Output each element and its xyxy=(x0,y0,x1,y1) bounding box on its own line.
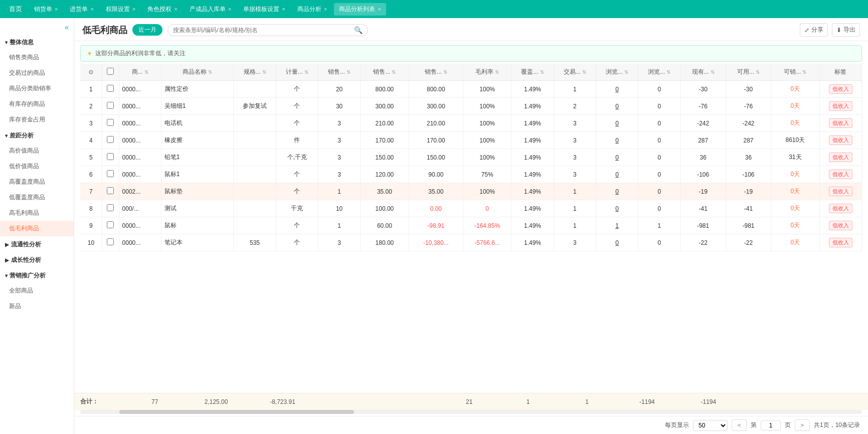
nav-item-product-analysis-list[interactable]: 商品分析列表 × xyxy=(334,3,386,16)
sidebar-item-low-profit[interactable]: 低毛利商品 xyxy=(0,221,74,236)
sidebar-item-high-value[interactable]: 高价值商品 xyxy=(0,143,74,159)
row-checkbox-input[interactable] xyxy=(107,204,114,211)
row-checkbox-input[interactable] xyxy=(107,102,114,109)
nav-item-template[interactable]: 单据模板设置 × xyxy=(238,3,290,16)
per-page-select[interactable]: 50 100 200 xyxy=(693,420,728,431)
row-view1[interactable]: 0 xyxy=(596,166,638,183)
row-checkbox-input[interactable] xyxy=(107,85,114,92)
col-saleable[interactable]: 可销...⇅ xyxy=(771,64,819,81)
col-tag[interactable]: 标签 xyxy=(819,64,861,81)
row-view1[interactable]: 0 xyxy=(596,183,638,200)
col-unit[interactable]: 计量...⇅ xyxy=(276,64,318,81)
sidebar-collapse-btn[interactable]: « xyxy=(63,21,71,33)
row-checkbox[interactable] xyxy=(102,115,119,132)
sidebar-item-high-profit[interactable]: 高毛利商品 xyxy=(0,205,74,221)
col-sales-price[interactable]: 销售...⇅ xyxy=(361,64,409,81)
row-checkbox-input[interactable] xyxy=(107,238,114,245)
nav-item-role[interactable]: 角色授权 × xyxy=(142,3,182,16)
table-container[interactable]: ⚙ 商...⇅ 商品名称⇅ 规格...⇅ xyxy=(80,64,862,393)
sidebar-item-in-stock[interactable]: 有库存的商品 xyxy=(0,96,74,112)
export-btn[interactable]: ⬇ 导出 xyxy=(832,23,860,37)
row-view1[interactable]: 0 xyxy=(596,115,638,132)
scrollbar-thumb[interactable] xyxy=(119,410,354,414)
search-icon[interactable]: 🔍 xyxy=(354,26,363,34)
col-unit-label: 计量... xyxy=(286,68,303,76)
row-view1[interactable]: 0 xyxy=(596,234,638,251)
sidebar-item-category-assist[interactable]: 商品分类助销率 xyxy=(0,81,74,96)
col-view1[interactable]: 浏览...⇅ xyxy=(596,64,638,81)
nav-item-product-analysis[interactable]: 商品分析 × xyxy=(292,3,332,16)
row-name: 测试 xyxy=(161,200,234,217)
col-spec[interactable]: 规格...⇅ xyxy=(234,64,276,81)
sidebar-item-low-coverage[interactable]: 低覆盖度商品 xyxy=(0,190,74,205)
sidebar-section-marketing[interactable]: ▾营销推广分析 xyxy=(0,267,74,283)
col-coverage[interactable]: 覆盖...⇅ xyxy=(511,64,554,81)
row-view1[interactable]: 0 xyxy=(596,149,638,166)
row-checkbox-input[interactable] xyxy=(107,153,114,160)
sidebar-item-low-value[interactable]: 低价值商品 xyxy=(0,159,74,174)
share-btn[interactable]: ⤢ 分享 xyxy=(800,23,828,37)
nav-item-sales[interactable]: 销货单 × xyxy=(29,3,63,16)
row-sales-qty: 3 xyxy=(318,115,360,132)
row-checkbox[interactable] xyxy=(102,234,119,251)
col-available[interactable]: 可用...⇅ xyxy=(726,64,771,81)
row-checkbox[interactable] xyxy=(102,98,119,115)
col-code[interactable]: 商...⇅ xyxy=(119,64,161,81)
nav-item-purchase[interactable]: 进货单 × xyxy=(65,3,98,16)
sidebar-item-traded-goods[interactable]: 交易过的商品 xyxy=(0,65,74,81)
col-current[interactable]: 现有...⇅ xyxy=(680,64,726,81)
col-saleable-label: 可销... xyxy=(784,68,801,76)
search-input[interactable] xyxy=(173,27,351,34)
prev-page-btn[interactable]: ＜ xyxy=(732,419,747,431)
nav-item-home[interactable]: 首页 xyxy=(4,3,27,16)
sidebar-item-high-coverage[interactable]: 高覆盖度商品 xyxy=(0,174,74,190)
sidebar-section-overall[interactable]: ▾整体信息 xyxy=(0,34,74,50)
sidebar-item-new-goods[interactable]: 新品 xyxy=(0,299,74,314)
col-current-label: 现有... xyxy=(692,68,709,76)
row-saleable: 0天 xyxy=(771,115,819,132)
row-checkbox[interactable] xyxy=(102,149,119,166)
col-gross-rate[interactable]: 毛利率⇅ xyxy=(463,64,511,81)
nav-item-product-entry[interactable]: 产成品入库单 × xyxy=(185,3,236,16)
row-view1[interactable]: 1 xyxy=(596,217,638,234)
row-checkbox[interactable] xyxy=(102,183,119,200)
select-all-checkbox[interactable] xyxy=(107,68,114,75)
col-trade[interactable]: 交易...⇅ xyxy=(554,64,596,81)
row-gross-rate: 75% xyxy=(463,166,511,183)
row-checkbox[interactable] xyxy=(102,132,119,149)
row-checkbox[interactable] xyxy=(102,217,119,234)
row-current: -41 xyxy=(680,200,726,217)
row-view1[interactable]: 0 xyxy=(596,200,638,217)
time-filter-btn[interactable]: 近一月 xyxy=(132,24,162,36)
row-view1[interactable]: 0 xyxy=(596,81,638,98)
sidebar-item-sales-goods[interactable]: 销售类商品 xyxy=(0,50,74,65)
row-checkbox[interactable] xyxy=(102,200,119,217)
row-view1[interactable]: 0 xyxy=(596,98,638,115)
sidebar-item-all-goods[interactable]: 全部商品 xyxy=(0,283,74,299)
row-tag: 低收入 xyxy=(819,200,861,217)
row-view1[interactable]: 0 xyxy=(596,132,638,149)
row-trade: 1 xyxy=(554,217,596,234)
row-checkbox-input[interactable] xyxy=(107,170,114,177)
row-checkbox-input[interactable] xyxy=(107,187,114,194)
row-checkbox[interactable] xyxy=(102,166,119,183)
sidebar-item-inventory-capital[interactable]: 库存资金占用 xyxy=(0,112,74,127)
nav-item-permission[interactable]: 权限设置 × xyxy=(101,3,140,16)
page-number-input[interactable] xyxy=(761,420,781,430)
horizontal-scrollbar[interactable] xyxy=(80,410,862,414)
row-checkbox-input[interactable] xyxy=(107,119,114,126)
sidebar-section-gap[interactable]: ▾差距分析 xyxy=(0,127,74,143)
next-page-btn[interactable]: ＞ xyxy=(795,419,810,431)
row-checkbox-input[interactable] xyxy=(107,221,114,228)
sidebar-section-flow[interactable]: ▶流通性分析 xyxy=(0,236,74,252)
sidebar-section-growth[interactable]: ▶成长性分析 xyxy=(0,252,74,267)
col-sales-profit[interactable]: 销售...⇅ xyxy=(409,64,463,81)
col-sales-qty[interactable]: 销售...⇅ xyxy=(318,64,360,81)
col-checkbox[interactable] xyxy=(102,64,119,81)
settings-icon[interactable]: ⚙ xyxy=(88,69,94,76)
col-name[interactable]: 商品名称⇅ xyxy=(161,64,234,81)
col-settings[interactable]: ⚙ xyxy=(80,64,102,81)
col-view2[interactable]: 浏览...⇅ xyxy=(638,64,680,81)
row-checkbox-input[interactable] xyxy=(107,136,114,143)
row-checkbox[interactable] xyxy=(102,81,119,98)
